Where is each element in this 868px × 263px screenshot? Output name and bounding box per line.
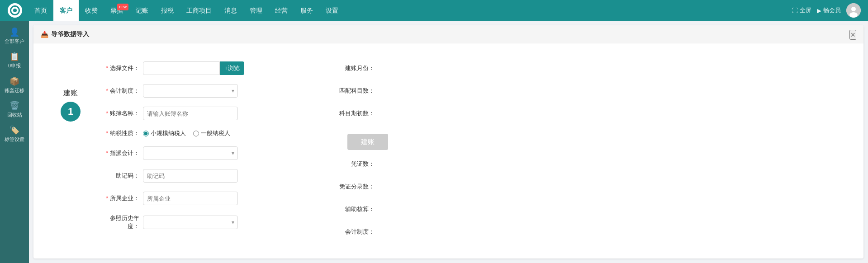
sidebar-item-recycle[interactable]: 🗑️ 回收站 (0, 98, 29, 121)
file-label: * 选择文件： (103, 64, 139, 72)
build-button[interactable]: 建账 (347, 134, 388, 150)
nav-customer[interactable]: 客户 (53, 0, 79, 21)
nav-badge-new: new (117, 4, 128, 10)
nav-bill[interactable]: 票据 new (104, 0, 129, 21)
tax-label: * 纳税性质： (103, 129, 139, 137)
svg-point-2 (849, 12, 858, 18)
vip-icon: ▶ (817, 7, 821, 14)
step-label: 建账 (63, 89, 78, 98)
dialog-title-icon: 📥 (41, 31, 48, 38)
fullscreen-icon: ⛶ (792, 7, 798, 14)
accountant-select-wrapper (143, 146, 238, 160)
close-button[interactable]: × (849, 30, 856, 40)
nav-operation[interactable]: 经营 (269, 0, 294, 21)
accounting-sys-row: 会计制度： (334, 225, 447, 239)
form-area: * 选择文件： +浏览 * 会计制度： (94, 52, 320, 249)
history-select[interactable] (143, 216, 238, 229)
accounting-sys-label: 会计制度： (334, 228, 375, 236)
sidebar-item-declaration[interactable]: 📋 0申报 (0, 49, 29, 71)
recycle-icon: 🗑️ (9, 102, 19, 110)
accounting-select-wrapper (143, 84, 238, 98)
tax-row: * 纳税性质： 小规模纳税人 一般纳税人 (103, 129, 320, 137)
dialog-panel: 📥 导爷数据导入 × 建账 1 * 选择文件： (33, 25, 863, 258)
file-row: * 选择文件： +浏览 (103, 61, 320, 75)
month-row: 建账月份： (334, 61, 447, 75)
info-area: 建账月份： 匹配科目数： 科目期初数： 建账 (320, 52, 447, 249)
voucher-label: 凭证数： (334, 160, 375, 168)
nav-bookkeeping[interactable]: 记账 (129, 0, 155, 21)
radio-general-tax[interactable]: 一般纳税人 (193, 129, 230, 137)
company-input[interactable] (143, 192, 238, 205)
accountant-label: * 指派会计： (103, 149, 139, 157)
file-input[interactable] (143, 61, 220, 75)
top-navigation: 首页 客户 收费 票据 new 记账 报税 工商项目 消息 管理 经营 服务 设… (0, 0, 868, 21)
match-label: 匹配科目数： (334, 87, 375, 95)
company-row: * 所属企业： (103, 192, 320, 205)
dialog-body: 建账 1 * 选择文件： +浏览 (33, 43, 863, 258)
sidebar-item-tags[interactable]: 🏷️ 标签设置 (0, 122, 29, 145)
nav-fee[interactable]: 收费 (79, 0, 104, 21)
svg-point-1 (851, 7, 856, 11)
declaration-icon: 📋 (9, 52, 19, 61)
migration-icon: 📦 (9, 77, 19, 85)
aux-label: 辅助核算： (334, 205, 375, 213)
voucher-row: 凭证数： (334, 157, 447, 171)
nav-message[interactable]: 消息 (218, 0, 243, 21)
history-select-wrapper (143, 216, 238, 229)
memo-label: 助记码： (103, 172, 139, 180)
ledger-input[interactable] (143, 107, 238, 120)
nav-manage[interactable]: 管理 (243, 0, 269, 21)
step-area: 建账 1 (33, 52, 94, 249)
history-row: 参照历史年度： (103, 214, 320, 230)
nav-right-area: ⛶ 全屏 ▶ 畅会员 (792, 3, 868, 18)
nav-home[interactable]: 首页 (28, 0, 53, 21)
main-content: 📥 导爷数据导入 × 建账 1 * 选择文件： (29, 21, 868, 263)
match-row: 匹配科目数： (334, 84, 447, 98)
accounting-label: * 会计制度： (103, 87, 139, 95)
vip-btn[interactable]: ▶ 畅会员 (817, 6, 841, 14)
sidebar: 👤 全部客户 📋 0申报 📦 账套迁移 🗑️ 回收站 🏷️ 标签设置 (0, 21, 29, 263)
month-label: 建账月份： (334, 64, 375, 72)
fullscreen-btn[interactable]: ⛶ 全屏 (792, 6, 811, 14)
dialog-header: 📥 导爷数据导入 (33, 25, 863, 43)
tax-radio-group: 小规模纳税人 一般纳税人 (143, 129, 230, 137)
sidebar-item-migration[interactable]: 📦 账套迁移 (0, 74, 29, 96)
accounting-row: * 会计制度： (103, 84, 320, 98)
history-label: 参照历史年度： (103, 214, 139, 230)
voucher-count-row: 凭证分录数： (334, 180, 447, 193)
ledger-label: * 账簿名称： (103, 109, 139, 117)
nav-settings[interactable]: 设置 (319, 0, 345, 21)
nav-items: 首页 客户 收费 票据 new 记账 报税 工商项目 消息 管理 经营 服务 设… (28, 0, 792, 21)
accountant-row: * 指派会计： (103, 146, 320, 160)
period-label: 科目期初数： (334, 109, 375, 117)
aux-row: 辅助核算： (334, 202, 447, 216)
browse-button[interactable]: +浏览 (220, 61, 244, 75)
tags-icon: 🏷️ (9, 126, 19, 134)
voucher-count-label: 凭证分录数： (334, 183, 375, 191)
radio-small-tax[interactable]: 小规模纳税人 (143, 129, 186, 137)
memo-input[interactable] (143, 169, 238, 183)
nav-service[interactable]: 服务 (294, 0, 319, 21)
accountant-select[interactable] (143, 146, 238, 160)
accounting-select[interactable] (143, 84, 238, 98)
customers-icon: 👤 (9, 28, 19, 36)
nav-tax[interactable]: 报税 (155, 0, 180, 21)
sidebar-item-customers[interactable]: 👤 全部客户 (0, 24, 29, 47)
logo[interactable] (5, 0, 25, 21)
company-label: * 所属企业： (103, 194, 139, 202)
memo-row: 助记码： (103, 169, 320, 183)
period-row: 科目期初数： (334, 107, 447, 120)
user-avatar[interactable] (846, 3, 861, 18)
file-input-group: +浏览 (143, 61, 244, 75)
dialog-title: 导爷数据导入 (51, 30, 89, 38)
ledger-row: * 账簿名称： (103, 107, 320, 120)
nav-project[interactable]: 工商项目 (180, 0, 218, 21)
step-circle: 1 (61, 102, 81, 122)
